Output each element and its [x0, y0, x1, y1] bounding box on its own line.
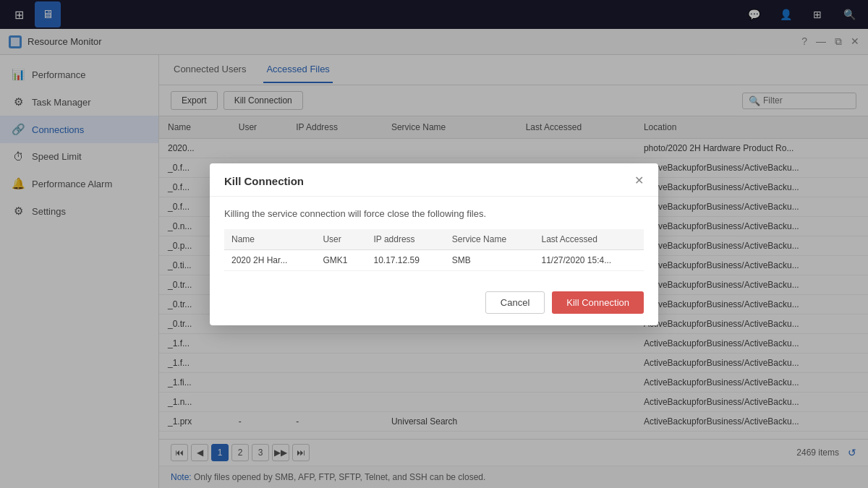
modal-table: Name User IP address Service Name Last A…	[224, 229, 644, 271]
modal-col-ip: IP address	[366, 229, 444, 250]
modal-header: Kill Connection ✕	[210, 163, 658, 197]
modal-close-button[interactable]: ✕	[634, 175, 644, 187]
modal-cancel-button[interactable]: Cancel	[485, 291, 545, 314]
modal-col-last: Last Accessed	[534, 229, 644, 250]
modal-col-user: User	[315, 229, 366, 250]
modal-confirm-button[interactable]: Kill Connection	[552, 291, 644, 314]
modal-title: Kill Connection	[224, 175, 304, 187]
modal-footer: Cancel Kill Connection	[210, 283, 658, 325]
modal-row-service: SMB	[445, 249, 535, 270]
modal-row-user: GMK1	[315, 249, 366, 270]
modal-col-service: Service Name	[445, 229, 535, 250]
modal-table-header: Name User IP address Service Name Last A…	[224, 229, 644, 250]
modal-row-ip: 10.17.12.59	[366, 249, 444, 270]
modal-col-name: Name	[224, 229, 315, 250]
modal-overlay[interactable]: Kill Connection ✕ Killing the service co…	[0, 0, 868, 488]
modal-table-row: 2020 2H Har... GMK1 10.17.12.59 SMB 11/2…	[224, 249, 644, 270]
modal-row-name: 2020 2H Har...	[224, 249, 315, 270]
modal-row-last: 11/27/2020 15:4...	[534, 249, 644, 270]
kill-connection-modal: Kill Connection ✕ Killing the service co…	[210, 163, 658, 325]
modal-body: Killing the service connection will forc…	[210, 197, 658, 283]
modal-description: Killing the service connection will forc…	[224, 208, 644, 219]
